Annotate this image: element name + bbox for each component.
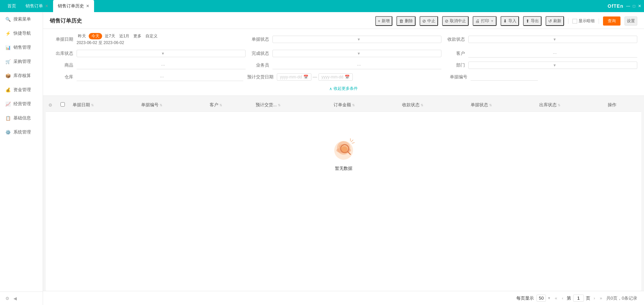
page-number-input[interactable] <box>573 295 584 302</box>
table-area: ⚙ 单据日期 ⇅ 单据编号 <box>46 99 641 291</box>
prev-page-btn[interactable]: ‹ <box>561 295 565 301</box>
expected-date-to[interactable]: yyyy-mm-dd 📅 <box>318 73 353 81</box>
window-close-btn[interactable]: ✕ <box>638 4 641 8</box>
collection-status-select[interactable]: ▼ <box>468 36 637 43</box>
export-button[interactable]: ⬆ 导出 <box>523 16 542 26</box>
tab-sales-order[interactable]: 销售订单 ✕ <box>21 0 53 12</box>
tab-home[interactable]: 首页 <box>3 0 21 12</box>
window-maximize-btn[interactable]: □ <box>633 4 635 8</box>
th-settings: ⚙ <box>46 99 58 112</box>
main-layout: 🔍 搜索菜单 ⚡ 快捷导航 📊 销售管理 🛒 采购管理 📦 库存核算 💰 资金管… <box>0 12 644 305</box>
salesman-ellipsis-icon: ··· <box>357 62 440 68</box>
dept-select[interactable]: ▼ <box>468 62 637 69</box>
sort-order-amount-icon[interactable]: ⇅ <box>352 103 355 107</box>
complete-status-select[interactable]: ▼ <box>272 50 441 57</box>
page-size-select[interactable]: 50 ▼ <box>536 295 551 302</box>
gear-icon-th[interactable]: ⚙ <box>48 103 52 108</box>
table-header-row: ⚙ 单据日期 ⇅ 单据编号 <box>46 99 641 112</box>
new-button[interactable]: + 新增 <box>375 16 393 26</box>
calendar-to-icon: 📅 <box>345 75 350 79</box>
sidebar-item-inventory[interactable]: 📦 库存核算 <box>0 69 43 83</box>
sort-collection-status-icon[interactable]: ⇅ <box>421 103 423 107</box>
order-status-select[interactable]: ▼ <box>272 36 441 43</box>
settings-button[interactable]: 设置 <box>625 16 637 26</box>
sidebar-item-sales-mgmt[interactable]: 📊 销售管理 <box>0 40 43 54</box>
goods-input[interactable]: ··· <box>77 61 246 69</box>
refresh-button[interactable]: ↺ 刷新 <box>546 16 564 26</box>
top-tabs: 首页 销售订单 ✕ 销售订单历史 ✕ <box>3 0 94 12</box>
empty-illustration <box>327 132 360 165</box>
date-btn-yesterday[interactable]: 昨天 <box>77 33 87 39</box>
order-status-arrow-icon: ▼ <box>357 37 439 41</box>
expected-date-from[interactable]: yyyy-mm-dd 📅 <box>277 73 311 81</box>
outbound-status-select[interactable]: ▼ <box>77 50 246 57</box>
date-btn-today[interactable]: 今天 <box>89 33 102 39</box>
page-size-arrow-icon[interactable]: ▼ <box>547 296 551 300</box>
export-icon: ⬆ <box>526 18 529 24</box>
show-columns-label[interactable]: 显示暗细 <box>572 18 595 24</box>
expected-date-to-text: yyyy-mm-dd <box>321 75 343 79</box>
customer-input[interactable]: ··· <box>468 49 637 58</box>
stop-label: 中止 <box>427 18 435 24</box>
sidebar-item-operations[interactable]: 📈 经营管理 <box>0 97 43 111</box>
collapse-label: 收起更多条件 <box>334 86 358 91</box>
tab-sales-order-history-close[interactable]: ✕ <box>86 4 89 8</box>
salesman-input[interactable]: ··· <box>272 61 441 69</box>
warehouse-input[interactable]: ··· <box>77 73 243 81</box>
window-minimize-btn[interactable]: — <box>626 4 630 8</box>
sort-outbound-status-icon[interactable]: ⇅ <box>558 103 560 107</box>
sort-date-icon[interactable]: ⇅ <box>91 103 94 107</box>
th-customer-label: 客户 <box>210 102 218 108</box>
cancel-stop-label: 取消中止 <box>450 18 466 24</box>
sidebar-item-search-menu-label: 搜索菜单 <box>13 16 31 22</box>
show-columns-checkbox[interactable] <box>572 19 577 24</box>
print-icon: 🖨 <box>475 18 480 24</box>
sidebar-bottom: ⚙ ◀ <box>0 292 43 305</box>
sort-customer-icon[interactable]: ⇅ <box>219 103 222 107</box>
export-label: 导出 <box>531 18 539 24</box>
sidebar-item-quick-nav[interactable]: ⚡ 快捷导航 <box>0 26 43 40</box>
th-order-no: 单据编号 ⇅ <box>138 99 207 112</box>
date-btn-more[interactable]: 更多 <box>132 33 143 39</box>
order-no-input[interactable] <box>471 73 538 81</box>
th-collection-status-label: 收款状态 <box>402 102 420 108</box>
sidebar-collapse-icon[interactable]: ◀ <box>13 296 17 301</box>
date-btn-1month[interactable]: 近1月 <box>118 33 131 39</box>
status-label: 单据状态 <box>246 36 272 42</box>
sidebar-item-finance[interactable]: 💰 资金管理 <box>0 83 43 97</box>
sidebar-item-system-mgmt[interactable]: ⚙️ 系统管理 <box>0 125 43 139</box>
goods-ellipsis-icon: ··· <box>161 62 245 68</box>
sidebar-item-system-mgmt-label: 系统管理 <box>13 129 31 135</box>
stop-button[interactable]: ⊘ 中止 <box>420 16 438 26</box>
svg-line-9 <box>352 143 354 143</box>
last-page-btn[interactable]: » <box>598 295 603 301</box>
date-btn-7days[interactable]: 近7天 <box>103 33 117 39</box>
th-date: 单据日期 ⇅ <box>70 99 138 112</box>
sort-order-no-icon[interactable]: ⇅ <box>160 103 162 107</box>
sidebar-item-basic-info[interactable]: 📋 基础信息 <box>0 111 43 125</box>
th-outbound-status-label: 出库状态 <box>539 102 557 108</box>
date-btn-custom[interactable]: 自定义 <box>144 33 159 39</box>
first-page-btn[interactable]: « <box>553 295 558 301</box>
sales-mgmt-icon: 📊 <box>5 45 11 50</box>
tab-sales-order-history[interactable]: 销售订单历史 ✕ <box>53 0 94 12</box>
collapse-row[interactable]: ∧ 收起更多条件 <box>50 84 637 91</box>
sort-order-status-icon[interactable]: ⇅ <box>489 103 492 107</box>
delete-button[interactable]: 🗑 删除 <box>396 16 416 26</box>
th-order-status: 单据状态 ⇅ <box>468 99 536 112</box>
sidebar-item-search-menu[interactable]: 🔍 搜索菜单 <box>0 12 43 26</box>
import-button[interactable]: ⬇ 导入 <box>501 16 519 26</box>
filter-row-2: 出库状态 ▼ 完成状态 ▼ 客户 <box>50 49 637 58</box>
next-page-btn[interactable]: › <box>592 295 596 301</box>
svg-line-8 <box>351 140 353 142</box>
tab-sales-order-close[interactable]: ✕ <box>45 4 48 8</box>
sort-expected-delivery-icon[interactable]: ⇅ <box>278 103 281 107</box>
sidebar-settings-icon[interactable]: ⚙ <box>5 296 9 301</box>
sidebar-item-purchase-mgmt[interactable]: 🛒 采购管理 <box>0 54 43 69</box>
goods-label: 商品 <box>50 62 77 68</box>
tab-home-label: 首页 <box>7 3 16 9</box>
cancel-stop-button[interactable]: ⊘ 取消中止 <box>442 16 469 26</box>
query-button[interactable]: 查询 <box>603 16 620 26</box>
print-button[interactable]: 🖨 打印 ▼ <box>473 16 497 26</box>
select-all-checkbox[interactable] <box>60 102 65 107</box>
